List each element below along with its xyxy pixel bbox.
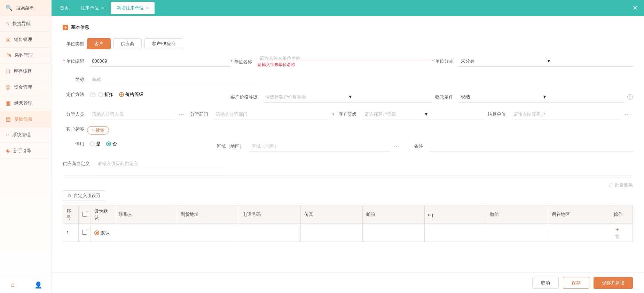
phone-input[interactable] <box>243 227 297 238</box>
row-manager: 分管人员 ··· 分管部门 ▼ 客户等级 请选择客户等级 ▼ 结算单位 ··· <box>63 109 633 120</box>
field-customer-price-level: 客户价格等级 请选择客户价格等级 ▼ <box>230 91 432 103</box>
supplier-custom-input[interactable] <box>95 158 226 169</box>
tab-partners[interactable]: 往来单位 ✕ <box>75 2 110 14</box>
section-title-text: 基本信息 <box>71 24 89 31</box>
remark-label: 备注 <box>402 143 426 149</box>
radio-yes[interactable]: 是 <box>90 141 101 147</box>
pricing-method-label: 定价方法 <box>63 91 87 98</box>
region-input[interactable] <box>250 141 390 152</box>
radio-discount[interactable]: 折扣 <box>98 91 113 98</box>
cell-default: 默认 <box>91 224 115 242</box>
row-checkbox[interactable] <box>82 230 87 235</box>
manager-more-icon[interactable]: ··· <box>177 111 187 117</box>
settlement-unit-label: 结算单位 <box>484 111 509 117</box>
settlement-unit-input[interactable] <box>511 109 621 120</box>
sidebar-item-operation[interactable]: ▣ 经营管理 <box>0 95 51 111</box>
field-settlement-unit: 结算单位 ··· <box>484 109 633 120</box>
payment-terms-value: 现结 <box>461 94 541 100</box>
unit-code-input[interactable] <box>90 56 230 67</box>
sidebar-item-sales[interactable]: ◎ 销售管理 <box>0 32 51 48</box>
cell-wechat <box>486 224 548 242</box>
sidebar-bottom: ⌂ 👤 <box>0 277 51 293</box>
sidebar-item-label: 搜索菜单 <box>16 5 34 11</box>
cancel-button[interactable]: 取消 <box>532 277 559 289</box>
qq-input[interactable] <box>428 227 483 238</box>
sidebar-item-finance[interactable]: ◎ 资金管理 <box>0 79 51 95</box>
location-input[interactable] <box>552 227 606 238</box>
row-disable-region: 停用 是 否 区域（地区） ··· 备注 <box>63 141 633 152</box>
delete-row-button[interactable]: 🗑 <box>614 233 621 239</box>
tag-add-label: + 标签 <box>92 127 104 133</box>
settlement-unit-more-icon[interactable]: ··· <box>623 111 633 117</box>
cell-qq <box>424 224 486 242</box>
unit-category-select[interactable]: 未分类 ▼ <box>459 56 633 67</box>
close-new-partner-tab-icon[interactable]: ✕ <box>146 6 149 10</box>
payment-terms-help-icon[interactable]: ? <box>627 94 633 100</box>
email-input[interactable] <box>366 227 421 238</box>
custom-setting-button[interactable]: ⚙ 自定义项设置 <box>63 190 105 201</box>
radio-no[interactable]: 否 <box>106 141 117 147</box>
unit-name-input[interactable] <box>258 56 432 61</box>
save-button[interactable]: 保存 <box>563 277 589 289</box>
pricing-method-help-icon[interactable]: ? <box>90 92 95 97</box>
customer-price-level-select[interactable]: 请选择客户价格等级 ▼ <box>263 91 432 103</box>
select-all-checkbox[interactable] <box>82 212 87 217</box>
field-department: 分管部门 ▼ <box>187 109 335 120</box>
cell-phone <box>239 224 301 242</box>
form-footer: 取消 保存 保存并新增 <box>52 272 644 293</box>
close-all-tabs-button[interactable]: ✕ <box>630 3 641 13</box>
type-btn-customer[interactable]: 客户 <box>87 38 111 49</box>
department-input[interactable] <box>214 109 328 120</box>
type-btn-both[interactable]: 客户/供应商 <box>144 38 183 49</box>
type-btn-supplier[interactable]: 供应商 <box>113 38 142 49</box>
sidebar-item-search[interactable]: 🔍 搜索菜单 <box>0 0 51 16</box>
payment-terms-label: 收款条件 <box>432 94 456 100</box>
tab-bar: 首页 往来单位 ✕ 新增往来单位 ✕ ✕ <box>52 0 644 16</box>
unit-name-wrapper: 请输入往来单位名称 <box>258 56 432 68</box>
customer-level-label: 客户等级 <box>335 111 360 117</box>
contact-table: 序号 设为默认 联系人 到货地址 电话号码 传真 邮箱 qq 微信 所在地区 操… <box>63 205 633 242</box>
field-payment-terms: 收款条件 现结 ▼ ? <box>432 91 633 103</box>
basic-info-icon: ▤ <box>6 116 11 122</box>
field-unit-name: 单位名称 请输入往来单位名称 <box>230 56 432 68</box>
abbreviation-label: 简称 <box>63 76 87 83</box>
sidebar-item-guide[interactable]: ◈ 新手引导 <box>0 143 51 159</box>
sidebar-item-quick-nav[interactable]: ⌂ 快捷导航 <box>0 16 51 32</box>
col-contact: 联系人 <box>115 205 177 224</box>
sidebar-item-purchase[interactable]: 🛍 采购管理 <box>0 48 51 63</box>
sidebar-home-btn[interactable]: ⌂ <box>0 277 26 293</box>
tab-new-partner[interactable]: 新增往来单位 ✕ <box>111 2 155 14</box>
disable-label: 停用 <box>63 141 87 147</box>
close-partners-tab-icon[interactable]: ✕ <box>101 6 104 10</box>
add-row-button[interactable]: ＋ <box>614 226 621 232</box>
col-fax: 传真 <box>301 205 363 224</box>
batch-delete-icon: ☐ <box>609 183 613 188</box>
batch-delete-button[interactable]: ☐ 批量删除 <box>609 182 633 188</box>
customer-price-level-placeholder: 请选择客户价格等级 <box>265 94 347 100</box>
sidebar: 🔍 搜索菜单 ⌂ 快捷导航 ◎ 销售管理 🛍 采购管理 ◻ 库存核算 ◎ 资金管… <box>0 0 52 293</box>
sidebar-item-label: 快捷导航 <box>13 21 31 27</box>
radio-price-level[interactable]: 价格等级 <box>119 91 143 98</box>
region-more-icon[interactable]: ··· <box>392 143 402 149</box>
fax-input[interactable] <box>304 227 359 238</box>
contact-input[interactable] <box>119 227 173 238</box>
save-new-button[interactable]: 保存并新增 <box>594 277 633 289</box>
remark-input[interactable] <box>429 141 633 152</box>
default-radio[interactable]: 默认 <box>94 230 111 236</box>
cell-fax <box>301 224 363 242</box>
sidebar-item-label: 销售管理 <box>14 36 32 43</box>
sidebar-item-basic-info[interactable]: ▤ 基础信息 <box>0 111 51 127</box>
custom-setting-label: 自定义项设置 <box>73 193 101 199</box>
sidebar-user-btn[interactable]: 👤 <box>26 277 52 293</box>
tab-home[interactable]: 首页 <box>55 2 74 14</box>
address-input[interactable] <box>181 227 235 238</box>
customer-level-select[interactable]: 请选择客户等级 ▼ <box>362 109 484 120</box>
tag-add-button[interactable]: + 标签 <box>87 126 109 135</box>
sidebar-item-inventory[interactable]: ◻ 库存核算 <box>0 63 51 79</box>
field-abbreviation: 简称 <box>63 74 253 85</box>
manager-input[interactable] <box>90 109 174 120</box>
wechat-input[interactable] <box>490 227 544 238</box>
sidebar-item-system[interactable]: ○ 系统管理 <box>0 127 51 143</box>
payment-terms-select[interactable]: 现结 ▼ <box>459 91 625 103</box>
abbreviation-input[interactable] <box>90 74 253 85</box>
